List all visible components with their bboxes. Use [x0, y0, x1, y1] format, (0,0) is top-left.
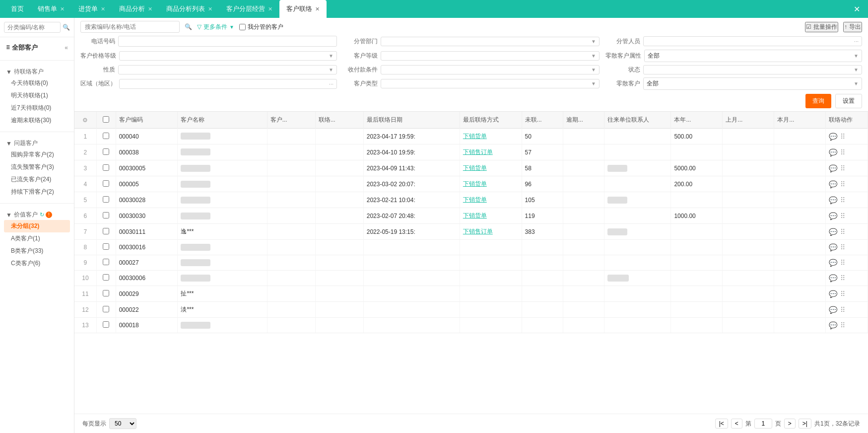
page-number-input[interactable] — [754, 419, 772, 429]
dept-select[interactable]: ▼ — [381, 37, 600, 46]
grid-action-icon[interactable]: ⠿ — [840, 164, 845, 172]
value-customers-title[interactable]: ▼ 价值客户 ↻ ! — [4, 209, 70, 220]
close-icon[interactable]: ✕ — [268, 6, 272, 12]
contact-way-link[interactable]: 下销货单 — [463, 196, 487, 203]
th-person[interactable]: 往来单位联系人 — [604, 112, 670, 129]
contact-way-link[interactable]: 下销售订单 — [463, 228, 493, 235]
filter-search-icon[interactable]: 🔍 — [185, 23, 192, 30]
tab-home[interactable]: 首页 — [4, 0, 31, 18]
grid-action-icon[interactable]: ⠿ — [840, 259, 845, 267]
th-contact[interactable]: 联络... — [315, 112, 363, 129]
search-input[interactable] — [80, 21, 180, 33]
my-customers-checkbox[interactable] — [239, 24, 246, 30]
problem-customers-title[interactable]: ▼ 问题客户 — [4, 137, 70, 148]
retail-attr-select[interactable]: 全部 ▼ — [644, 50, 862, 62]
sidebar-search-input[interactable] — [4, 22, 61, 33]
payment-select[interactable]: ▼ — [381, 65, 600, 74]
close-icon[interactable]: ✕ — [101, 6, 105, 12]
grid-action-icon[interactable]: ⠿ — [840, 212, 845, 220]
message-icon[interactable]: 💬 — [829, 290, 837, 298]
collapse-icon[interactable]: « — [65, 44, 68, 51]
message-icon[interactable]: 💬 — [829, 321, 837, 329]
grid-action-icon[interactable]: ⠿ — [840, 148, 845, 156]
grid-action-icon[interactable]: ⠿ — [840, 306, 845, 314]
message-icon[interactable]: 💬 — [829, 164, 837, 172]
row-checkbox[interactable] — [103, 212, 109, 218]
message-icon[interactable]: 💬 — [829, 133, 837, 141]
message-icon[interactable]: 💬 — [829, 196, 837, 204]
th-days[interactable]: 未联... — [522, 112, 563, 129]
row-checkbox[interactable] — [103, 243, 109, 250]
global-close-icon[interactable]: ✕ — [850, 4, 864, 14]
message-icon[interactable]: 💬 — [829, 148, 837, 156]
retail-select[interactable]: 全部 ▼ — [643, 77, 862, 90]
th-last-way[interactable]: 最后联络方式 — [460, 112, 522, 129]
person-select[interactable]: ··· — [643, 36, 862, 46]
tab-customer-tier[interactable]: 客户分层经营 ✕ — [219, 0, 279, 18]
region-select[interactable]: ··· — [119, 79, 337, 89]
grid-action-icon[interactable]: ⠿ — [840, 290, 845, 298]
more-conditions-btn[interactable]: ▽ 更多条件 ▼ — [197, 23, 234, 31]
phone-input[interactable] — [118, 36, 337, 47]
contact-way-link[interactable]: 下销货单 — [463, 212, 487, 219]
sidebar-item-ungrouped[interactable]: 未分组(32) — [4, 220, 70, 232]
sidebar-item-b-class[interactable]: B类客户(33) — [4, 245, 70, 257]
prev-page-btn[interactable]: < — [731, 419, 742, 429]
grid-action-icon[interactable]: ⠿ — [840, 180, 845, 188]
close-icon[interactable]: ✕ — [315, 6, 320, 12]
th-last-date[interactable]: 最后联络日期 — [363, 112, 460, 129]
row-checkbox[interactable] — [103, 259, 109, 265]
grid-action-icon[interactable]: ⠿ — [840, 228, 845, 236]
per-page-select[interactable]: 50 100 — [109, 418, 136, 429]
grid-action-icon[interactable]: ⠿ — [840, 133, 845, 141]
sidebar-item-a-class[interactable]: A类客户(1) — [4, 232, 70, 245]
export-btn[interactable]: ↑ 导出 — [843, 22, 862, 32]
row-checkbox[interactable] — [103, 274, 109, 281]
row-checkbox[interactable] — [103, 290, 109, 296]
pending-contact-title[interactable]: ▼ 待联络客户 — [4, 66, 70, 77]
row-checkbox[interactable] — [103, 133, 109, 139]
tab-analysis-list[interactable]: 商品分析列表 ✕ — [159, 0, 219, 18]
message-icon[interactable]: 💬 — [829, 243, 837, 251]
sidebar-item-churn-warning[interactable]: 流失预警客户(3) — [4, 161, 70, 173]
row-checkbox[interactable] — [103, 164, 109, 171]
sidebar-item-today[interactable]: 今天待联络(0) — [4, 77, 70, 89]
contact-way-link[interactable]: 下销货单 — [463, 133, 487, 140]
tab-sales[interactable]: 销售单 ✕ — [31, 0, 71, 18]
row-checkbox[interactable] — [103, 196, 109, 203]
customer-type-select[interactable]: ▼ — [381, 79, 600, 88]
grid-action-icon[interactable]: ⠿ — [840, 321, 845, 329]
all-customers-header[interactable]: ⠿ 全部客户 « — [4, 40, 70, 55]
message-icon[interactable]: 💬 — [829, 212, 837, 220]
query-button[interactable]: 查询 — [805, 94, 831, 108]
sidebar-item-tomorrow[interactable]: 明天待联络(1) — [4, 89, 70, 102]
sidebar-item-churned[interactable]: 已流失客户(24) — [4, 173, 70, 186]
close-icon[interactable]: ✕ — [208, 6, 212, 12]
th-type[interactable]: 客户... — [267, 112, 315, 129]
select-all-checkbox[interactable] — [103, 116, 109, 123]
tab-customer-contact[interactable]: 客户联络 ✕ — [279, 0, 327, 18]
reset-button[interactable]: 设置 — [835, 94, 862, 108]
sidebar-item-hoarding[interactable]: 囤购异常客户(2) — [4, 148, 70, 161]
batch-ops-btn[interactable]: ☑ 批量操作 — [805, 22, 838, 32]
row-checkbox[interactable] — [103, 306, 109, 312]
th-name[interactable]: 客户名称 — [178, 112, 267, 129]
price-level-select[interactable]: ▼ — [119, 51, 337, 61]
next-page-btn[interactable]: > — [784, 419, 796, 429]
th-year[interactable]: 本年... — [671, 112, 723, 129]
row-checkbox[interactable] — [103, 228, 109, 234]
first-page-btn[interactable]: |< — [715, 419, 728, 429]
tab-purchase[interactable]: 进货单 ✕ — [71, 0, 112, 18]
close-icon[interactable]: ✕ — [60, 6, 65, 12]
sidebar-item-declining[interactable]: 持续下滑客户(2) — [4, 186, 70, 198]
row-checkbox[interactable] — [103, 148, 109, 155]
grid-action-icon[interactable]: ⠿ — [840, 243, 845, 251]
message-icon[interactable]: 💬 — [829, 228, 837, 236]
refresh-icon[interactable]: ↻ — [40, 212, 44, 218]
th-settings[interactable]: ⚙ — [74, 112, 96, 129]
message-icon[interactable]: 💬 — [829, 306, 837, 314]
last-page-btn[interactable]: >| — [799, 419, 811, 429]
row-checkbox[interactable] — [103, 180, 109, 187]
status-select[interactable]: ▼ — [643, 65, 862, 74]
close-icon[interactable]: ✕ — [148, 6, 152, 12]
